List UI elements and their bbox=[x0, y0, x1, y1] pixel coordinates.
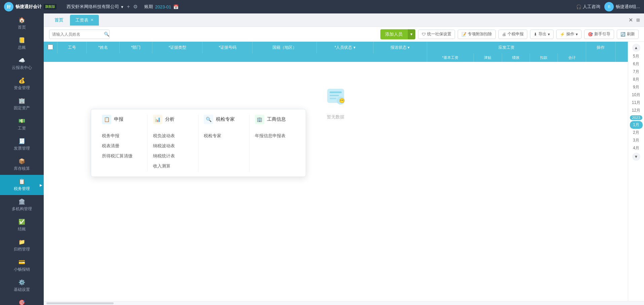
search-input[interactable] bbox=[52, 32, 103, 37]
report-section-icon: 📋 bbox=[102, 115, 111, 124]
tax-icon: 📋 bbox=[18, 178, 25, 185]
user-area[interactable]: B 畅捷通B组... bbox=[604, 2, 640, 11]
timeline-month-8[interactable]: 8月 bbox=[630, 76, 643, 83]
menu-item-tax-stats[interactable]: 纳税统计表 bbox=[153, 151, 193, 161]
sidebar-item-closing[interactable]: ✅ 结账 bbox=[0, 215, 44, 235]
operation-btn[interactable]: ⚡ 操作 ▾ bbox=[556, 30, 581, 39]
tab-home[interactable]: 首页 bbox=[49, 15, 69, 26]
sidebar-label-basic: 基础设置 bbox=[14, 287, 30, 293]
col-checkbox bbox=[44, 42, 57, 53]
sidebar-item-basic[interactable]: ⚙️ 基础设置 bbox=[0, 276, 44, 296]
timeline-month-11[interactable]: 11月 bbox=[630, 99, 643, 107]
menu-item-tax-expert[interactable]: 税检专家 bbox=[204, 131, 244, 141]
period-info: 账期 2023-01 📅 bbox=[144, 4, 179, 10]
content-area: 首页 工资表 ✕ ✕ ⊞ 🔍 添加人员 bbox=[44, 13, 644, 305]
timeline-month-2[interactable]: 2月 bbox=[630, 129, 643, 137]
headset-icon: 🎧 bbox=[576, 4, 581, 9]
menu-section-title-tax-expert: 税检专家 bbox=[216, 116, 235, 122]
sidebar-item-inventory[interactable]: 📦 库存核算 bbox=[0, 155, 44, 175]
sidebar-item-tax[interactable]: 📋 税务管理 ▶ bbox=[0, 175, 44, 195]
select-all-checkbox[interactable] bbox=[48, 44, 53, 50]
guide-btn[interactable]: 🎯 新手引导 bbox=[584, 30, 614, 39]
col-emp-no: 工号 bbox=[57, 42, 87, 53]
sidebar-item-invoice[interactable]: 🧾 发票管理 bbox=[0, 135, 44, 155]
sidebar-label-fund: 资金管理 bbox=[14, 85, 30, 91]
salary-icon: 💵 bbox=[18, 118, 25, 124]
col-name: *姓名 bbox=[87, 42, 120, 53]
settings-icon[interactable]: ⚙ bbox=[133, 4, 138, 10]
timeline-nav-up-btn[interactable]: ▲ bbox=[632, 44, 640, 52]
sidebar-item-multi-org[interactable]: 🏛️ 多机构管理 bbox=[0, 195, 44, 215]
help-btn[interactable]: 🎧 人工咨询 bbox=[576, 4, 600, 10]
deduct-icon: 📝 bbox=[461, 32, 466, 37]
sub-col-pension bbox=[586, 53, 615, 62]
menu-item-tax-burden[interactable]: 税负波动表 bbox=[153, 131, 193, 141]
add-person-main-btn[interactable]: 添加人员 bbox=[380, 29, 407, 39]
search-input-wrapper: 🔍 bbox=[49, 30, 110, 39]
horizontal-scrollbar[interactable] bbox=[46, 302, 114, 304]
empty-icon: 😶 bbox=[322, 82, 349, 110]
status-filter-icon[interactable]: ▾ bbox=[353, 45, 355, 50]
sidebar-arrow-icon: ▶ bbox=[40, 183, 42, 187]
table-header-row: 工号 *姓名 *部门 *证据类型 *证据号码 国籍（地区） *人员状态 ▾ bbox=[44, 42, 628, 53]
menu-item-income-estimate[interactable]: 收入测算 bbox=[153, 161, 193, 171]
user-name: 畅捷通B组... bbox=[616, 4, 640, 10]
company-selector[interactable]: 西安虾米网络科技有限公司 ▾ bbox=[67, 4, 123, 10]
sidebar-item-home[interactable]: 🏠 首页 bbox=[0, 13, 44, 34]
maximize-window-icon[interactable]: ⊞ bbox=[636, 17, 640, 23]
menu-section-business: 🏢 工商信息 年报信息申报表 bbox=[250, 115, 301, 171]
close-window-icon[interactable]: ✕ bbox=[629, 17, 633, 23]
toolbar: 🔍 添加人员 ▾ 🛡 统一社保设置 📝 专项附加扣除 🖨 bbox=[44, 27, 644, 42]
sub-col-deduction: 扣款 bbox=[530, 53, 558, 62]
timeline-month-1-active[interactable]: 1月 bbox=[630, 121, 643, 129]
sidebar-item-ledger[interactable]: 📒 总账 bbox=[0, 34, 44, 54]
tax-return-btn[interactable]: 🖨 个税申报 bbox=[498, 30, 527, 39]
sub-col-performance: 绩效 bbox=[502, 53, 530, 62]
menu-item-tax-fluctuation[interactable]: 纳税波动表 bbox=[153, 141, 193, 151]
window-controls: ✕ ⊞ bbox=[629, 17, 644, 23]
sidebar-item-cloud-report[interactable]: ☁️ 云报表中心 bbox=[0, 54, 44, 74]
add-company-icon[interactable]: + bbox=[127, 4, 130, 10]
sidebar-label-ledger: 总账 bbox=[18, 45, 26, 50]
sidebar-item-assets[interactable]: 🏢 固定资产 bbox=[0, 94, 44, 114]
empty-text: 暂无数据 bbox=[327, 114, 344, 120]
svg-rect-1 bbox=[330, 91, 342, 93]
tab-salary[interactable]: 工资表 ✕ bbox=[70, 15, 99, 26]
menu-item-tax-book[interactable]: 税表清册 bbox=[102, 141, 142, 151]
col-salary-group: 应发工资 bbox=[427, 42, 586, 53]
timeline-month-7[interactable]: 7月 bbox=[630, 68, 643, 76]
sidebar-label-multi-org: 多机构管理 bbox=[12, 206, 32, 212]
timeline-month-9[interactable]: 9月 bbox=[630, 83, 643, 91]
tab-salary-label: 工资表 bbox=[75, 17, 88, 23]
table-container: 工号 *姓名 *部门 *证据类型 *证据号码 国籍（地区） *人员状态 ▾ bbox=[44, 42, 628, 301]
menu-section-report: 📋 申报 税务申报 税表清册 所得税汇算清缴 bbox=[97, 115, 148, 171]
timeline-month-12[interactable]: 12月 bbox=[630, 107, 643, 114]
sidebar-item-fund[interactable]: 💰 资金管理 bbox=[0, 74, 44, 94]
menu-item-income-tax[interactable]: 所得税汇算清缴 bbox=[102, 151, 142, 161]
basic-icon: ⚙️ bbox=[18, 279, 25, 285]
sidebar-item-archive[interactable]: 📁 归档管理 bbox=[0, 235, 44, 256]
special-deduct-btn[interactable]: 📝 专项附加扣除 bbox=[458, 30, 496, 39]
add-person-dropdown-btn[interactable]: ▾ bbox=[407, 29, 415, 39]
calendar-icon[interactable]: 📅 bbox=[173, 4, 179, 9]
report-filter-icon[interactable]: ▾ bbox=[408, 45, 410, 50]
timeline-month-6[interactable]: 6月 bbox=[630, 60, 643, 68]
sidebar-item-guide[interactable]: 🎯 新手引导 bbox=[0, 296, 44, 305]
menu-item-annual-report[interactable]: 年报信息申报表 bbox=[255, 131, 295, 141]
sidebar-item-salary[interactable]: 💵 工资 bbox=[0, 114, 44, 135]
export-btn[interactable]: ⬇ 导出 ▾ bbox=[530, 30, 554, 39]
timeline-month-10[interactable]: 10月 bbox=[630, 91, 643, 99]
tab-close-icon[interactable]: ✕ bbox=[90, 18, 93, 22]
timeline-nav-down-btn[interactable]: ▼ bbox=[632, 153, 640, 161]
menu-item-tax-report[interactable]: 税务申报 bbox=[102, 131, 142, 141]
sidebar-item-xiaochang[interactable]: 💳 小畅报销 bbox=[0, 256, 44, 276]
sub-col-base-salary: *基本工资 bbox=[427, 53, 474, 62]
social-security-btn[interactable]: 🛡 统一社保设置 bbox=[418, 30, 455, 39]
timeline-month-3[interactable]: 3月 bbox=[630, 137, 643, 144]
timeline-month-5[interactable]: 5月 bbox=[630, 52, 643, 60]
multi-org-icon: 🏛️ bbox=[18, 198, 25, 205]
refresh-btn[interactable]: 🔄 刷新 bbox=[617, 30, 639, 39]
timeline-month-4[interactable]: 4月 bbox=[630, 144, 643, 152]
home-icon: 🏠 bbox=[18, 17, 25, 23]
sub-col-total: 合计 bbox=[558, 53, 586, 62]
